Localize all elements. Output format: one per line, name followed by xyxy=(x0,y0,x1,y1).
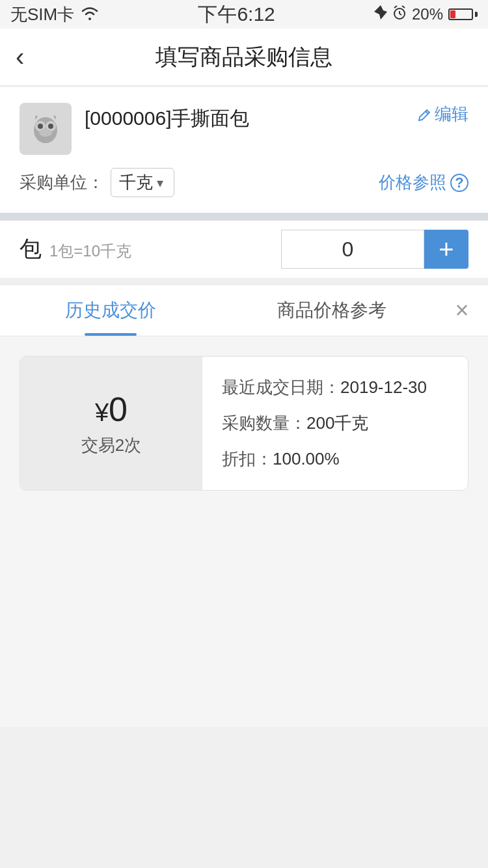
discount-label: 折扣： xyxy=(222,449,273,468)
recent-date-value: 2019-12-30 xyxy=(340,377,427,397)
carrier-text: 无SIM卡 xyxy=(10,3,74,26)
discount-row: 折扣：100.00% xyxy=(222,446,448,472)
quantity-plus-button[interactable]: + xyxy=(424,230,468,269)
svg-line-3 xyxy=(394,6,397,8)
product-owl-icon xyxy=(26,109,65,148)
svg-line-4 xyxy=(402,6,405,8)
edit-icon xyxy=(418,107,432,122)
product-name: [0000006]手撕面包 xyxy=(85,103,249,132)
back-button[interactable]: ‹ xyxy=(16,42,24,72)
quantity-input[interactable] xyxy=(281,230,424,269)
unit-left: 采购单位： 千克 ▾ xyxy=(20,168,174,197)
price-value: 0 xyxy=(109,390,128,428)
purchase-qty-row: 采购数量：200千克 xyxy=(222,411,448,436)
tab-product-price-ref-label: 商品价格参考 xyxy=(277,298,386,323)
svg-point-9 xyxy=(48,124,53,129)
tab-product-price-ref[interactable]: 商品价格参考 xyxy=(221,285,442,336)
status-time: 下午6:12 xyxy=(198,1,275,28)
currency-symbol: ¥ xyxy=(95,399,109,426)
status-bar: 无SIM卡 下午6:12 20% xyxy=(0,0,488,29)
svg-point-8 xyxy=(38,124,43,129)
edit-label: 编辑 xyxy=(435,103,468,126)
svg-line-2 xyxy=(400,14,401,15)
section-divider xyxy=(0,213,488,221)
price-ref-label: 价格参照 xyxy=(379,171,446,194)
unit-value: 千克 xyxy=(119,171,153,194)
package-convert-desc: 1包=10千克 xyxy=(49,241,131,262)
package-unit: 包 xyxy=(20,234,42,264)
edit-button[interactable]: 编辑 xyxy=(418,103,468,126)
product-top-row: [0000006]手撕面包 编辑 xyxy=(20,103,468,155)
svg-point-10 xyxy=(39,129,52,137)
gps-icon xyxy=(374,5,387,23)
close-icon: × xyxy=(455,297,468,324)
price-info-area: ¥0 交易2次 最近成交日期：2019-12-30 采购数量：200千克 折扣：… xyxy=(0,336,488,510)
dropdown-arrow-icon: ▾ xyxy=(157,175,163,191)
page-header: ‹ 填写商品采购信息 xyxy=(0,29,488,86)
price-reference-button[interactable]: 价格参照 ? xyxy=(379,171,468,194)
tab-bar: 历史成交价 商品价格参考 × xyxy=(0,284,488,336)
recent-date-row: 最近成交日期：2019-12-30 xyxy=(222,375,448,400)
price-ref-help-icon: ? xyxy=(450,174,468,192)
purchase-qty-label: 采购数量： xyxy=(222,413,306,433)
recent-date-label: 最近成交日期： xyxy=(222,377,340,397)
alarm-icon xyxy=(392,5,407,23)
product-unit-row: 采购单位： 千克 ▾ 价格参照 ? xyxy=(20,168,468,197)
price-amount: ¥0 xyxy=(95,390,128,429)
tab-history-price-label: 历史成交价 xyxy=(65,298,156,323)
battery-percent: 20% xyxy=(412,5,443,23)
page-title: 填写商品采购信息 xyxy=(156,42,332,72)
main-content: ¥0 交易2次 最近成交日期：2019-12-30 采购数量：200千克 折扣：… xyxy=(0,336,488,727)
product-info-left: [0000006]手撕面包 xyxy=(20,103,249,155)
quantity-row: 包 1包=10千克 + xyxy=(0,221,488,278)
tab-active-indicator xyxy=(85,333,137,336)
tab-close-button[interactable]: × xyxy=(442,291,481,330)
battery-icon xyxy=(448,8,478,20)
price-card-left: ¥0 交易2次 xyxy=(20,357,202,490)
product-thumbnail xyxy=(20,103,72,155)
price-card-right: 最近成交日期：2019-12-30 采购数量：200千克 折扣：100.00% xyxy=(202,357,468,490)
price-card: ¥0 交易2次 最近成交日期：2019-12-30 采购数量：200千克 折扣：… xyxy=(20,356,468,491)
trade-times: 交易2次 xyxy=(81,434,141,457)
quantity-label: 包 1包=10千克 xyxy=(20,234,131,264)
product-card: [0000006]手撕面包 编辑 采购单位： 千克 ▾ 价格参照 ? xyxy=(0,87,488,213)
discount-value: 100.00% xyxy=(273,449,340,468)
status-right: 20% xyxy=(374,5,478,23)
purchase-qty-value: 200千克 xyxy=(306,413,368,433)
tab-history-price[interactable]: 历史成交价 xyxy=(0,285,221,336)
unit-select-dropdown[interactable]: 千克 ▾ xyxy=(111,168,174,197)
wifi-icon xyxy=(81,5,99,25)
quantity-input-group: + xyxy=(281,230,468,269)
unit-label: 采购单位： xyxy=(20,171,104,194)
status-left: 无SIM卡 xyxy=(10,3,99,26)
